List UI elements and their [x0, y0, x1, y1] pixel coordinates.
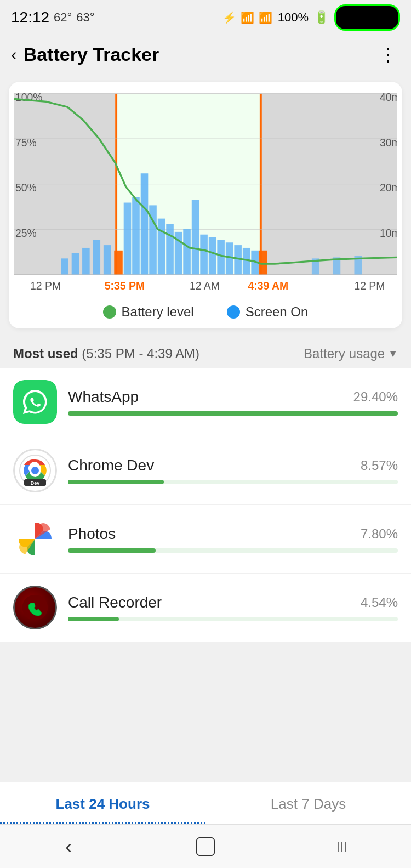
app-icon-callrec [13, 586, 57, 629]
app-icon-photos [13, 517, 57, 561]
chrome-svg: Dev [19, 454, 52, 487]
list-item[interactable]: WhatsApp 29.40% [0, 368, 411, 436]
signal-icon: 📶 [259, 11, 272, 24]
app-name: Call Recorder [68, 594, 162, 611]
screen-on-dot [227, 305, 240, 319]
svg-rect-33 [200, 235, 208, 275]
svg-rect-35 [217, 240, 225, 274]
app-info-whatsapp: WhatsApp 29.40% [68, 388, 398, 416]
more-menu-button[interactable]: ⋮ [379, 44, 398, 65]
list-item[interactable]: Call Recorder 4.54% [0, 574, 411, 642]
svg-text:Dev: Dev [31, 480, 40, 486]
progress-bar-bg [68, 617, 398, 621]
svg-rect-22 [104, 245, 111, 274]
status-icons: ⚡ 📶 📶 [222, 11, 272, 24]
bluetooth-icon: ⚡ [222, 11, 236, 24]
status-temp1: 62° [54, 10, 72, 25]
app-name-row: Photos 7.80% [68, 525, 398, 543]
app-name: Chrome Dev [68, 457, 154, 474]
nav-recents-icon: ||| [336, 840, 349, 853]
svg-text:12 PM: 12 PM [354, 280, 385, 292]
svg-rect-23 [114, 251, 123, 275]
nav-home-button[interactable] [189, 830, 222, 863]
svg-rect-31 [183, 229, 191, 274]
svg-text:75%: 75% [15, 137, 37, 149]
svg-rect-25 [132, 197, 140, 275]
svg-rect-34 [209, 237, 216, 275]
legend-screen: Screen On [227, 304, 309, 320]
whatsapp-svg [21, 388, 49, 416]
navigation-bar: ‹ ||| [0, 824, 411, 868]
app-percent: 29.40% [353, 389, 398, 405]
svg-rect-18 [61, 258, 68, 274]
back-button[interactable]: ‹ [11, 44, 17, 65]
tab-last-24-hours[interactable]: Last 24 Hours [0, 782, 206, 824]
most-used-text: Most used [13, 346, 78, 361]
nav-home-icon [196, 837, 215, 856]
progress-bar-bg [68, 411, 398, 416]
svg-text:40m: 40m [380, 91, 397, 103]
progress-bar-bg [68, 480, 398, 484]
app-name-row: Call Recorder 4.54% [68, 594, 398, 611]
svg-rect-19 [72, 253, 79, 275]
progress-bar-fill [68, 480, 164, 484]
camera-pill [334, 4, 400, 31]
svg-point-54 [22, 595, 48, 621]
nav-back-button[interactable]: ‹ [52, 830, 85, 863]
svg-rect-20 [82, 248, 90, 274]
app-info-photos: Photos 7.80% [68, 525, 398, 553]
app-name: Photos [68, 525, 116, 543]
callrec-svg [21, 594, 49, 621]
tab-24h-label: Last 24 Hours [56, 796, 150, 812]
most-used-header: Most used (5:35 PM - 4:39 AM) Battery us… [0, 334, 411, 368]
time-range: (5:35 PM - 4:39 AM) [82, 346, 199, 361]
battery-level-dot [103, 305, 116, 319]
chart-container[interactable]: 100% 75% 50% 25% 40m 30m 20m 10m [14, 90, 397, 299]
screen-on-label: Screen On [246, 304, 309, 320]
battery-chart[interactable]: 100% 75% 50% 25% 40m 30m 20m 10m [14, 90, 397, 299]
page-title: Battery Tracker [24, 44, 159, 65]
chart-legend: Battery level Screen On [14, 304, 397, 320]
app-icon-chrome: Dev [13, 449, 57, 492]
progress-bar-bg [68, 548, 398, 553]
battery-icon: 🔋 [314, 10, 329, 25]
header: ‹ Battery Tracker ⋮ [0, 33, 411, 76]
svg-text:4:39 AM: 4:39 AM [248, 280, 289, 292]
app-name-row: Chrome Dev 8.57% [68, 457, 398, 474]
tab-7d-label: Last 7 Days [271, 796, 346, 812]
svg-rect-28 [158, 219, 165, 275]
app-percent: 7.80% [361, 526, 398, 542]
battery-usage-dropdown[interactable]: Battery usage ▼ [304, 346, 398, 361]
progress-bar-fill [68, 617, 119, 621]
tab-last-7-days[interactable]: Last 7 Days [206, 782, 411, 824]
svg-text:10m: 10m [380, 227, 397, 239]
battery-usage-label: Battery usage [304, 346, 385, 361]
svg-text:50%: 50% [15, 181, 37, 194]
app-info-callrec: Call Recorder 4.54% [68, 594, 398, 621]
svg-text:12 AM: 12 AM [190, 280, 220, 292]
svg-rect-21 [93, 240, 100, 274]
progress-bar-fill [68, 548, 156, 553]
svg-point-51 [31, 467, 39, 474]
app-percent: 4.54% [361, 595, 398, 610]
svg-text:20m: 20m [380, 181, 397, 194]
app-list: WhatsApp 29.40% [0, 368, 411, 642]
header-left: ‹ Battery Tracker [11, 44, 159, 65]
status-bar: 12:12 62° 63° ⚡ 📶 📶 100% 🔋 [0, 0, 411, 33]
dropdown-arrow-icon: ▼ [388, 348, 398, 360]
svg-text:25%: 25% [15, 227, 37, 239]
svg-rect-26 [141, 173, 149, 274]
svg-text:5:35 PM: 5:35 PM [105, 280, 145, 292]
photos-svg [13, 517, 57, 561]
svg-rect-24 [124, 203, 132, 275]
nav-back-icon: ‹ [65, 836, 71, 857]
list-item[interactable]: Photos 7.80% [0, 505, 411, 574]
progress-bar-fill [68, 411, 398, 416]
svg-text:30m: 30m [380, 137, 397, 149]
nav-recents-button[interactable]: ||| [326, 830, 359, 863]
list-item[interactable]: Dev Chrome Dev 8.57% [0, 436, 411, 505]
wifi-icon: 📶 [241, 11, 254, 24]
app-icon-whatsapp [13, 380, 57, 424]
status-right: ⚡ 📶 📶 100% 🔋 [222, 4, 400, 31]
battery-percent: 100% [278, 10, 309, 25]
